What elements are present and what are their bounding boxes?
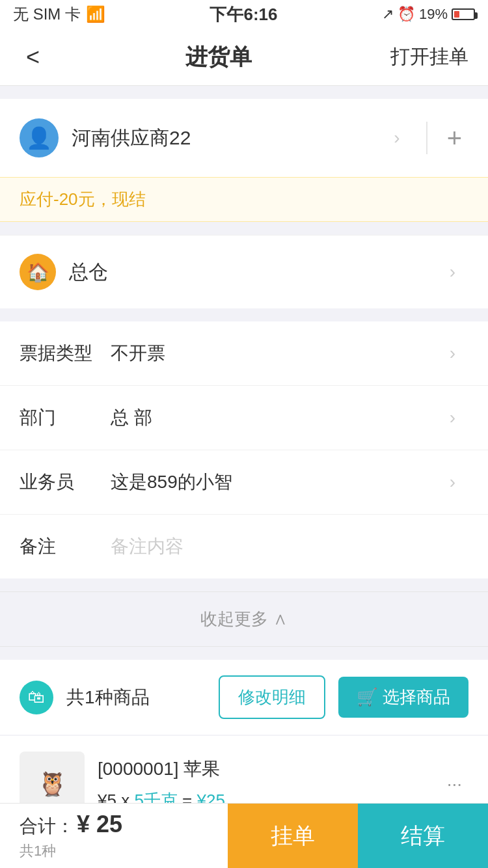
bottom-bar: 合计： ¥ 25 共1种 挂单 结算 [0, 803, 488, 868]
product-name: [0000001] 苹果 [98, 757, 427, 781]
invoice-value: 不开票 [111, 341, 450, 366]
total-prefix: 合计： [20, 814, 74, 839]
supplier-chevron-icon: › [394, 128, 400, 148]
alarm-icon: ⏰ [398, 6, 415, 23]
product-header: 🛍 共1种商品 修改明细 🛒 选择商品 [0, 660, 488, 735]
checkout-button[interactable]: 结算 [358, 804, 488, 868]
bottom-total: 合计： ¥ 25 共1种 [0, 804, 228, 868]
invoice-chevron-icon: › [450, 343, 455, 364]
page-title: 进货单 [185, 42, 252, 72]
edit-detail-button[interactable]: 修改明细 [219, 675, 325, 719]
product-count-icon-wrap: 🛍 [20, 681, 53, 714]
warehouse-section: 🏠 总仓 › [0, 235, 488, 308]
battery-icon [452, 8, 475, 20]
status-left: 无 SIM 卡 📶 [13, 4, 105, 25]
back-button[interactable]: < [20, 37, 46, 77]
salesman-row[interactable]: 业务员 这是859的小智 › [0, 450, 488, 515]
department-label: 部门 [20, 405, 111, 430]
battery-fill [454, 11, 459, 18]
carrier-label: 无 SIM 卡 [13, 4, 81, 25]
warehouse-icon: 🏠 [27, 262, 49, 283]
select-product-label: 选择商品 [383, 686, 450, 709]
open-pending-button[interactable]: 打开挂单 [390, 44, 468, 70]
salesman-label: 业务员 [20, 470, 111, 495]
total-amount-display: ¥ 25 [77, 811, 122, 838]
product-placeholder-icon: 🦉 [38, 770, 67, 798]
warehouse-name: 总仓 [69, 259, 450, 286]
collapse-bar[interactable]: 收起更多 ∧ [0, 591, 488, 647]
product-count-label: 共1种商品 [66, 685, 206, 710]
section-gap-1 [0, 86, 488, 99]
location-icon: ↗ [382, 6, 394, 23]
department-value: 总 部 [111, 405, 450, 430]
status-bar: 无 SIM 卡 📶 下午6:16 ↗ ⏰ 19% [0, 0, 488, 29]
department-row[interactable]: 部门 总 部 › [0, 386, 488, 450]
supplier-name: 河南供应商22 [72, 125, 394, 152]
select-product-icon: 🛒 [357, 687, 377, 707]
time-label: 下午6:16 [210, 3, 277, 26]
nav-bar: < 进货单 打开挂单 [0, 29, 488, 86]
remark-row[interactable]: 备注 备注内容 [0, 515, 488, 578]
user-icon: 👤 [26, 126, 52, 150]
remark-input[interactable]: 备注内容 [111, 534, 468, 559]
payment-notice: 应付-20元，现结 [0, 177, 488, 222]
section-gap-2 [0, 222, 488, 235]
add-supplier-button[interactable]: + [441, 124, 468, 153]
select-product-button[interactable]: 🛒 选择商品 [338, 677, 468, 718]
warehouse-row[interactable]: 🏠 总仓 › [0, 235, 488, 308]
form-section: 票据类型 不开票 › 部门 总 部 › 业务员 这是859的小智 › 备注 备注… [0, 321, 488, 578]
warehouse-chevron-icon: › [450, 262, 455, 282]
department-chevron-icon: › [450, 407, 455, 428]
warehouse-icon-wrap: 🏠 [20, 254, 56, 290]
hang-order-button[interactable]: 挂单 [228, 804, 358, 868]
more-options-button[interactable]: ··· [441, 767, 468, 801]
supplier-avatar: 👤 [20, 118, 59, 157]
supplier-section: 👤 河南供应商22 › + 应付-20元，现结 [0, 99, 488, 222]
remark-label: 备注 [20, 534, 111, 559]
supplier-divider [426, 122, 427, 154]
invoice-row[interactable]: 票据类型 不开票 › [0, 321, 488, 386]
battery-percent: 19% [419, 6, 448, 23]
invoice-label: 票据类型 [20, 341, 111, 366]
salesman-chevron-icon: › [450, 472, 455, 493]
total-count: 共1种 [20, 841, 208, 861]
status-right: ↗ ⏰ 19% [382, 6, 475, 23]
salesman-value: 这是859的小智 [111, 470, 450, 495]
wifi-icon: 📶 [86, 5, 105, 23]
supplier-row[interactable]: 👤 河南供应商22 › + [0, 99, 488, 177]
cart-icon: 🛍 [28, 687, 45, 707]
